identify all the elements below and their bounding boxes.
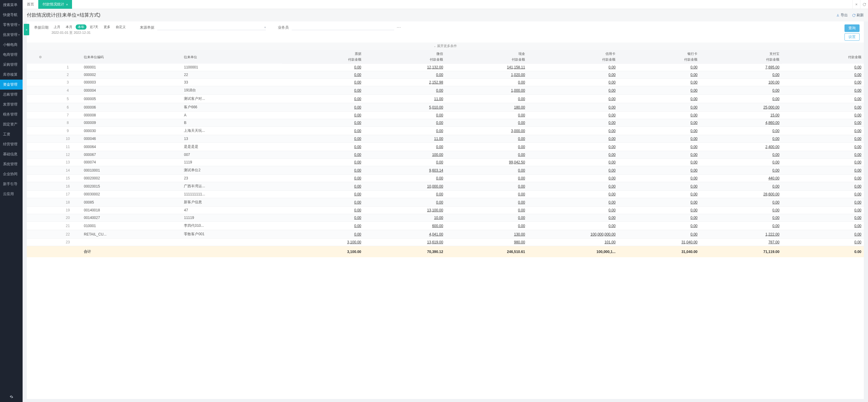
amount-link[interactable]: 180.00 xyxy=(514,105,525,110)
amount-link[interactable]: 0.00 xyxy=(855,152,861,157)
table-row[interactable]: 10000046130.0011.000.000.000.000.000.00 xyxy=(27,135,864,143)
sidebar-item-13[interactable]: 工资 xyxy=(0,130,23,139)
amount-link[interactable]: 0.00 xyxy=(609,216,615,220)
table-row[interactable]: 21010001李四代010...0.00600.000.000.000.000… xyxy=(27,222,864,230)
table-row[interactable]: 1900140018470.0013,100.000.000.000.000.0… xyxy=(27,207,864,214)
export-button[interactable]: 导出 xyxy=(836,13,848,18)
amount-link[interactable]: 0.00 xyxy=(855,97,861,101)
amount-link[interactable]: 101.00 xyxy=(604,240,616,244)
sidebar-item-7[interactable]: 库存核算 xyxy=(0,70,23,80)
amount-link[interactable]: 0.00 xyxy=(609,73,615,77)
amount-link[interactable]: 0.00 xyxy=(354,224,361,228)
amount-link[interactable]: 0.00 xyxy=(855,224,861,228)
amount-link[interactable]: 0.00 xyxy=(609,176,615,180)
amount-link[interactable]: 0.00 xyxy=(609,145,615,149)
amount-link[interactable]: 980.00 xyxy=(514,240,525,244)
amount-link[interactable]: 0.00 xyxy=(855,73,861,77)
amount-link[interactable]: 0.00 xyxy=(518,113,525,117)
sidebar-item-14[interactable]: 经营管理 xyxy=(0,139,23,149)
amount-link[interactable]: 31,040.00 xyxy=(681,240,698,244)
tab-home[interactable]: 首页 xyxy=(23,0,38,9)
amount-link[interactable]: 0.00 xyxy=(855,113,861,117)
col-group-1[interactable]: 微信 xyxy=(364,50,446,57)
col-extra-amount[interactable]: 付款金额 xyxy=(782,50,864,64)
amount-link[interactable]: 13,100.00 xyxy=(427,208,443,212)
table-row[interactable]: 9000030上海天天玩...0.000.003,000.000.000.000… xyxy=(27,127,864,135)
amount-link[interactable]: 0.00 xyxy=(354,88,361,93)
amount-link[interactable]: 0.00 xyxy=(354,137,361,141)
amount-link[interactable]: 0.00 xyxy=(609,97,615,101)
amount-link[interactable]: 10,000.00 xyxy=(427,184,443,189)
amount-link[interactable]: 0.00 xyxy=(436,88,443,93)
amount-link[interactable]: 10.00 xyxy=(434,216,443,220)
col-group-0[interactable]: 票据 xyxy=(282,50,364,57)
col-partner-code[interactable]: 往来单位编码 xyxy=(82,50,181,64)
close-icon[interactable]: × xyxy=(66,3,68,6)
salesperson-input[interactable] xyxy=(292,24,394,30)
amount-link[interactable]: 0.00 xyxy=(609,152,615,157)
table-row[interactable]: 1800085新客户信息0.000.000.000.000.000.000.00 xyxy=(27,198,864,207)
amount-link[interactable]: 0.00 xyxy=(436,129,443,133)
refresh-button[interactable]: 刷新 xyxy=(852,13,864,18)
table-row[interactable]: 5000005测试客户对...0.0011.000.000.000.000.00… xyxy=(27,95,864,103)
amount-link[interactable]: 0.00 xyxy=(609,121,615,125)
settings-button[interactable]: 设置 xyxy=(844,33,860,41)
amount-link[interactable]: 100.00 xyxy=(768,80,779,84)
table-row[interactable]: 8000009B0.000.000.000.000.004,860.000.00 xyxy=(27,119,864,127)
amount-link[interactable]: 0.00 xyxy=(690,216,698,220)
amount-link[interactable]: 15.00 xyxy=(770,113,779,117)
amount-link[interactable]: 0.00 xyxy=(855,137,861,141)
amount-link[interactable]: 0.00 xyxy=(354,80,361,84)
amount-link[interactable]: 0.00 xyxy=(690,184,698,189)
amount-link[interactable]: 4,860.00 xyxy=(765,121,779,125)
col-sub-2[interactable]: 付款金额 xyxy=(445,57,527,64)
amount-link[interactable]: 7,695.00 xyxy=(765,65,779,69)
amount-link[interactable]: 0.00 xyxy=(354,97,361,101)
amount-link[interactable]: 0.00 xyxy=(690,129,698,133)
amount-link[interactable]: 0.00 xyxy=(609,224,615,228)
amount-link[interactable]: 1,222.00 xyxy=(765,232,779,236)
amount-link[interactable]: 0.00 xyxy=(436,176,443,180)
amount-link[interactable]: 0.00 xyxy=(690,152,698,157)
amount-link[interactable]: 2,152.98 xyxy=(429,80,443,84)
amount-link[interactable]: 0.00 xyxy=(609,113,615,117)
col-group-4[interactable]: 银行卡 xyxy=(618,50,700,57)
table-settings-icon[interactable]: ⚙ xyxy=(27,50,54,64)
sidebar-item-3[interactable]: 批发管理▾ xyxy=(0,30,23,40)
amount-link[interactable]: 0.00 xyxy=(772,152,779,157)
sidebar-item-1[interactable]: 快捷导航 xyxy=(0,10,23,20)
amount-link[interactable]: 11.00 xyxy=(434,97,443,101)
table-row[interactable]: 1300007411190.000.0099,042.500.000.000.0… xyxy=(27,159,864,166)
amount-link[interactable]: 0.00 xyxy=(690,160,698,164)
amount-link[interactable]: 28,600.00 xyxy=(764,192,779,196)
amount-link[interactable]: 0.00 xyxy=(855,192,861,196)
sidebar-item-17[interactable]: 企业协同 xyxy=(0,169,23,179)
amount-link[interactable]: 0.00 xyxy=(609,88,615,93)
col-sub-0[interactable]: 付款金额 xyxy=(282,57,364,64)
amount-link[interactable]: 0.00 xyxy=(855,65,861,69)
amount-link[interactable]: 0.00 xyxy=(855,184,861,189)
amount-link[interactable]: 0.00 xyxy=(354,65,361,69)
amount-link[interactable]: 0.00 xyxy=(354,105,361,110)
amount-link[interactable]: 0.00 xyxy=(772,208,779,212)
amount-link[interactable]: 0.00 xyxy=(518,216,525,220)
col-group-5[interactable]: 支付宝 xyxy=(700,50,782,57)
sidebar-item-8[interactable]: 资金管理 xyxy=(0,80,23,90)
amount-link[interactable]: 9,603.14 xyxy=(429,168,443,172)
amount-link[interactable]: 0.00 xyxy=(518,168,525,172)
table-row[interactable]: 2000002220.000.001,020.000.000.000.000.0… xyxy=(27,71,864,79)
amount-link[interactable]: 0.00 xyxy=(855,80,861,84)
table-row[interactable]: 100000111000010.0012,132.00141,158.110.0… xyxy=(27,64,864,71)
amount-link[interactable]: 0.00 xyxy=(855,232,861,236)
amount-link[interactable]: 12,132.00 xyxy=(427,65,443,69)
amount-link[interactable]: 0.00 xyxy=(609,192,615,196)
amount-link[interactable]: 0.00 xyxy=(772,97,779,101)
table-row[interactable]: 2000140027111190.0010.000.000.000.000.00… xyxy=(27,214,864,222)
amount-link[interactable]: 0.00 xyxy=(354,145,361,149)
sidebar-item-6[interactable]: 采购管理 xyxy=(0,60,23,70)
amount-link[interactable]: 0.00 xyxy=(690,113,698,117)
amount-link[interactable]: 0.00 xyxy=(354,168,361,172)
amount-link[interactable]: 0.00 xyxy=(436,73,443,77)
amount-link[interactable]: 0.00 xyxy=(354,184,361,189)
table-row[interactable]: 1700030002111111111...0.000.000.000.000.… xyxy=(27,191,864,198)
